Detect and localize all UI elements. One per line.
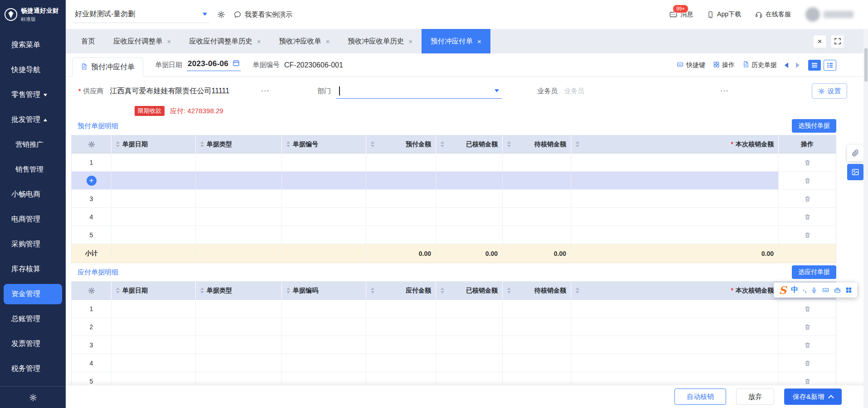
empty-cell[interactable] — [366, 208, 436, 226]
sidebar-item-13[interactable]: 税务管理 — [0, 356, 66, 381]
sidebar-item-8[interactable]: 采购管理 — [0, 232, 66, 257]
empty-cell[interactable] — [282, 354, 366, 372]
empty-cell[interactable] — [282, 300, 366, 318]
empty-cell[interactable] — [436, 208, 503, 226]
list-view-button[interactable] — [808, 60, 821, 71]
empty-cell[interactable] — [503, 154, 571, 172]
tab-1[interactable]: 应收应付调整单× — [104, 29, 180, 53]
column-settings-gear-icon[interactable] — [72, 135, 112, 154]
ime-grid-icon[interactable] — [845, 287, 852, 293]
empty-cell[interactable] — [366, 226, 436, 244]
sort-icon[interactable] — [286, 141, 290, 147]
tab-close-icon[interactable]: × — [167, 38, 171, 45]
ime-language-toggle[interactable]: 中 — [791, 285, 798, 295]
empty-cell[interactable] — [282, 172, 366, 190]
sidebar-item-0[interactable]: 搜索菜单 — [0, 33, 66, 58]
empty-cell[interactable] — [571, 226, 779, 244]
tab-close-icon[interactable]: × — [257, 38, 261, 45]
department-input[interactable] — [336, 83, 502, 99]
sort-icon[interactable] — [441, 288, 444, 293]
empty-cell[interactable] — [282, 318, 366, 336]
empty-cell[interactable] — [366, 154, 436, 172]
empty-cell[interactable] — [282, 208, 366, 226]
column-header[interactable]: 已核销金额 — [436, 282, 503, 300]
sidebar-item-3[interactable]: 批发管理 — [0, 107, 66, 132]
empty-cell[interactable] — [503, 208, 571, 226]
ime-toolbar[interactable]: S 中 ·, — [774, 283, 857, 298]
supplier-value[interactable]: 江西真可爱布娃娃有限责任公司11111 — [110, 86, 229, 96]
empty-cell[interactable] — [112, 208, 196, 226]
tab-0[interactable]: 首页 — [72, 29, 104, 53]
sort-icon[interactable] — [507, 141, 511, 147]
next-doc-arrow-icon[interactable] — [796, 62, 800, 68]
ime-keyboard-icon[interactable] — [822, 287, 829, 293]
empty-cell[interactable] — [571, 336, 779, 354]
calendar-icon[interactable] — [233, 59, 240, 68]
empty-cell[interactable] — [112, 190, 196, 208]
empty-cell[interactable] — [196, 190, 282, 208]
sort-icon[interactable] — [371, 288, 374, 293]
sort-icon[interactable] — [200, 288, 204, 293]
empty-cell[interactable] — [196, 226, 282, 244]
empty-cell[interactable] — [436, 354, 503, 372]
vertical-scrollbar[interactable] — [863, 29, 868, 408]
sidebar-item-1[interactable]: 快捷导航 — [0, 58, 66, 82]
column-header[interactable]: 待核销金额 — [503, 282, 571, 300]
sort-icon[interactable] — [507, 288, 511, 293]
empty-cell[interactable] — [503, 354, 571, 372]
salesman-more-icon[interactable]: ··· — [720, 87, 729, 95]
delete-row-icon[interactable] — [804, 213, 811, 221]
empty-cell[interactable] — [571, 154, 779, 172]
delete-row-icon[interactable] — [804, 159, 811, 166]
delete-row-icon[interactable] — [804, 323, 811, 331]
empty-cell[interactable] — [503, 190, 571, 208]
column-header[interactable]: 应付金额 — [366, 282, 436, 300]
sidebar-item-10[interactable]: 资金管理 — [4, 284, 62, 304]
sort-icon[interactable] — [576, 288, 579, 293]
attachment-button[interactable] — [847, 145, 863, 161]
empty-cell[interactable] — [112, 226, 196, 244]
empty-cell[interactable] — [436, 226, 503, 244]
empty-cell[interactable] — [571, 300, 779, 318]
sidebar-item-7[interactable]: 电商管理 — [0, 207, 66, 232]
delete-row-icon[interactable] — [804, 305, 811, 312]
department-chevron-down-icon[interactable] — [495, 89, 499, 92]
delete-row-icon[interactable] — [804, 341, 811, 349]
select-prepay-docs-button[interactable]: 选预付单据 — [792, 119, 836, 133]
history-docs-button[interactable]: 历史单据 — [742, 61, 777, 69]
delete-row-icon[interactable] — [804, 360, 811, 367]
sidebar-item-12[interactable]: 发票管理 — [0, 331, 66, 356]
empty-cell[interactable] — [571, 318, 779, 336]
empty-cell[interactable] — [436, 318, 503, 336]
empty-cell[interactable] — [503, 172, 571, 190]
empty-cell[interactable] — [366, 172, 436, 190]
empty-cell[interactable] — [112, 154, 196, 172]
column-header[interactable]: 单据编号 — [282, 135, 366, 154]
empty-cell[interactable] — [196, 208, 282, 226]
empty-cell[interactable] — [436, 336, 503, 354]
empty-cell[interactable] — [436, 190, 503, 208]
discard-button[interactable]: 放弃 — [736, 389, 774, 405]
sort-icon[interactable] — [116, 141, 120, 147]
empty-cell[interactable] — [571, 354, 779, 372]
empty-cell[interactable] — [571, 190, 779, 208]
date-field[interactable]: 2023-06-06 — [187, 59, 241, 71]
user-avatar[interactable] — [805, 6, 859, 23]
empty-cell[interactable] — [503, 226, 571, 244]
column-header[interactable]: 单据编码 — [282, 282, 366, 300]
empty-cell[interactable] — [503, 318, 571, 336]
delete-row-icon[interactable] — [804, 177, 811, 184]
empty-cell[interactable] — [436, 300, 503, 318]
empty-cell[interactable] — [196, 354, 282, 372]
empty-cell[interactable] — [282, 154, 366, 172]
empty-cell[interactable] — [366, 318, 436, 336]
sort-icon[interactable] — [441, 141, 444, 147]
ime-mic-icon[interactable] — [811, 287, 817, 294]
empty-cell[interactable] — [196, 336, 282, 354]
doc-tab[interactable]: 预付冲应付单 — [72, 58, 143, 77]
messages-button[interactable]: 99+ 消息 — [669, 10, 693, 19]
column-header[interactable]: 单据类型 — [196, 282, 282, 300]
fullscreen-icon[interactable] — [831, 35, 844, 48]
empty-cell[interactable] — [571, 172, 779, 190]
tab-4[interactable]: 预收冲应收单历史× — [339, 29, 422, 53]
